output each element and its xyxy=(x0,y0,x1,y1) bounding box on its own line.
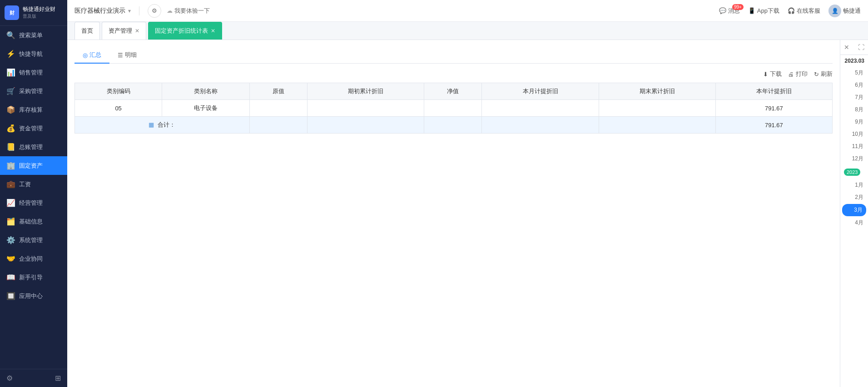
sidebar-label-payroll: 工资 xyxy=(19,180,31,189)
cal-month-10月[interactable]: 10月 xyxy=(840,128,868,140)
sidebar-item-system[interactable]: ⚙️ 系统管理 xyxy=(0,231,67,249)
summary-row: ▦ 合计： 791.67 xyxy=(75,117,833,134)
sidebar-label-purchase: 采购管理 xyxy=(19,87,43,95)
sidebar-item-basic-info[interactable]: 🗂️ 基础信息 xyxy=(0,212,67,231)
sidebar-item-app-center[interactable]: 🔲 应用中心 xyxy=(0,287,67,305)
sub-tab-detail[interactable]: ☰ 明细 xyxy=(109,47,145,64)
col-header-original: 原值 xyxy=(249,83,307,100)
row-net xyxy=(424,100,482,117)
payroll-icon: 💼 xyxy=(6,180,15,189)
cal-month-11月[interactable]: 11月 xyxy=(840,140,868,153)
tab-label-home: 首页 xyxy=(81,27,93,35)
sidebar-item-ops[interactable]: 📈 经营管理 xyxy=(0,194,67,212)
summary-annual: 791.67 xyxy=(715,117,832,134)
sidebar-item-finance[interactable]: 💰 资金管理 xyxy=(0,119,67,138)
tab-home[interactable]: 首页 xyxy=(74,22,100,40)
sidebar-header: 财 畅捷通好业财 普及版 xyxy=(0,0,67,26)
row-initial-accum xyxy=(307,100,424,117)
cal-month-7月[interactable]: 7月 xyxy=(840,91,868,104)
company-dropdown-icon: ▾ xyxy=(128,8,131,14)
sidebar-label-quick-nav: 快捷导航 xyxy=(19,50,43,58)
experience-button[interactable]: ☁ 我要体验一下 xyxy=(167,7,210,15)
company-selector[interactable]: 医疗器械行业演示 ▾ xyxy=(74,7,131,15)
sidebar-label-search: 搜索菜单 xyxy=(19,31,43,40)
row-annual: 791.67 xyxy=(715,100,832,117)
col-header-initial-accum: 期初累计折旧 xyxy=(307,83,424,100)
refresh-button[interactable]: ↻ 刷新 xyxy=(814,70,833,78)
sidebar-item-ledger[interactable]: 📒 总账管理 xyxy=(0,138,67,156)
sidebar-label-enterprise: 企业协同 xyxy=(19,255,43,263)
table-toolbar: ⬇ 下载 🖨 打印 ↻ 刷新 xyxy=(74,70,833,78)
content-main: ◎ 汇总 ☰ 明细 ⬇ 下载 🖨 打印 ↻ xyxy=(67,40,840,387)
cal-month-5月[interactable]: 5月 xyxy=(840,67,868,79)
calendar-year-label: 2023.03 xyxy=(840,55,868,65)
customer-service-icon: 🎧 xyxy=(788,7,795,14)
content-area: ◎ 汇总 ☰ 明细 ⬇ 下载 🖨 打印 ↻ xyxy=(67,40,868,387)
customer-service-button[interactable]: 🎧 在线客服 xyxy=(788,7,820,15)
topbar-right: 💬 消息 99+ 📱 App下载 🎧 在线客服 👤 畅捷通 xyxy=(719,5,861,17)
search-icon: 🔍 xyxy=(6,31,15,40)
collapse-icon[interactable]: ⊞ xyxy=(55,374,61,382)
sidebar-label-guide: 新手引导 xyxy=(19,273,43,282)
sidebar-item-fixed-assets[interactable]: 🏢 固定资产 xyxy=(0,156,67,175)
table-wrapper: 类别编码 类别名称 原值 期初累计折旧 净值 本月计提折旧 期末累计折旧 本年计… xyxy=(74,83,833,134)
summary-icon: ▦ xyxy=(149,121,154,128)
tab-close-depreciation[interactable]: ✕ xyxy=(211,28,215,34)
tab-close-asset-mgmt[interactable]: ✕ xyxy=(135,28,139,34)
expand-icon[interactable]: ⛶ xyxy=(858,44,864,51)
row-code: 05 xyxy=(75,100,162,117)
finance-icon: 💰 xyxy=(6,124,15,133)
right-panel-header: ✕ ⛶ xyxy=(840,40,868,55)
sidebar-item-purchase[interactable]: 🛒 采购管理 xyxy=(0,82,67,100)
depreciation-table: 类别编码 类别名称 原值 期初累计折旧 净值 本月计提折旧 期末累计折旧 本年计… xyxy=(74,83,833,134)
cal-month-2023-3月[interactable]: 3月 xyxy=(842,204,866,216)
row-period-end xyxy=(599,100,715,117)
sidebar-item-sales[interactable]: 📊 销售管理 xyxy=(0,63,67,82)
cal-month-2023-1月[interactable]: 1月 xyxy=(840,179,868,191)
message-button[interactable]: 💬 消息 99+ xyxy=(719,7,740,15)
sidebar-label-system: 系统管理 xyxy=(19,236,43,244)
cal-month-9月[interactable]: 9月 xyxy=(840,116,868,128)
app-download-button[interactable]: 📱 App下载 xyxy=(748,7,779,15)
cal-month-8月[interactable]: 8月 xyxy=(840,104,868,116)
app-logo: 财 xyxy=(5,5,19,20)
main-area: 医疗器械行业演示 ▾ ⚙ ☁ 我要体验一下 💬 消息 99+ 📱 App下载 🎧… xyxy=(67,0,868,387)
tab-depreciation[interactable]: 固定资产折旧统计表✕ xyxy=(148,22,222,40)
close-panel-icon[interactable]: ✕ xyxy=(844,44,849,51)
col-header-net: 净值 xyxy=(424,83,482,100)
enterprise-icon: 🤝 xyxy=(6,254,15,263)
download-button[interactable]: ⬇ 下载 xyxy=(763,70,782,78)
sidebar-item-inventory[interactable]: 📦 库存核算 xyxy=(0,100,67,119)
purchase-icon: 🛒 xyxy=(6,87,15,95)
summary-original xyxy=(249,117,307,134)
year-2023-badge: 2023 xyxy=(844,169,860,176)
cal-month-2023-2月[interactable]: 2月 xyxy=(840,191,868,203)
sidebar-label-basic-info: 基础信息 xyxy=(19,218,43,226)
sidebar-footer: ⚙ ⊞ xyxy=(0,369,67,387)
ops-icon: 📈 xyxy=(6,198,15,207)
print-button[interactable]: 🖨 打印 xyxy=(788,70,808,78)
row-monthly xyxy=(482,100,599,117)
tab-asset-mgmt[interactable]: 资产管理✕ xyxy=(102,22,146,40)
settings-icon[interactable]: ⚙ xyxy=(6,374,13,382)
sidebar-label-sales: 销售管理 xyxy=(19,69,43,77)
inventory-icon: 📦 xyxy=(6,105,15,114)
sidebar-item-guide[interactable]: 📖 新手引导 xyxy=(0,268,67,287)
sidebar-item-enterprise[interactable]: 🤝 企业协同 xyxy=(0,249,67,268)
sidebar-item-quick-nav[interactable]: ⚡ 快捷导航 xyxy=(0,45,67,63)
cal-month-6月[interactable]: 6月 xyxy=(840,79,868,91)
summary-monthly xyxy=(482,117,599,134)
sub-tab-summary[interactable]: ◎ 汇总 xyxy=(74,47,109,64)
settings-button[interactable]: ⚙ xyxy=(148,4,161,18)
sidebar-item-search[interactable]: 🔍 搜索菜单 xyxy=(0,26,67,45)
guide-icon: 📖 xyxy=(6,273,15,282)
cal-month-12月[interactable]: 12月 xyxy=(840,153,868,165)
refresh-icon: ↻ xyxy=(814,71,819,78)
topbar-divider xyxy=(139,6,139,15)
summary-period-end xyxy=(599,117,715,134)
col-header-name: 类别名称 xyxy=(162,83,249,100)
cal-month-2023-4月[interactable]: 4月 xyxy=(840,217,868,229)
detail-tab-icon: ☰ xyxy=(118,52,123,59)
user-profile[interactable]: 👤 畅捷通 xyxy=(828,5,861,17)
sidebar-item-payroll[interactable]: 💼 工资 xyxy=(0,175,67,194)
